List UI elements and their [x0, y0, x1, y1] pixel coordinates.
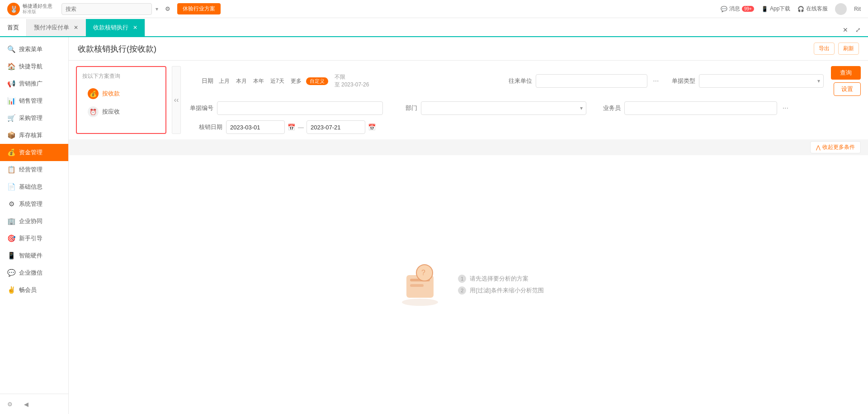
staff-label: 业务员 [594, 104, 621, 112]
sidebar-item-sales[interactable]: 📊 销售管理 [0, 92, 68, 109]
date-custom-badge[interactable]: 自定义 [306, 77, 328, 85]
by-receivable-icon: ⏰ [88, 106, 99, 117]
empty-tips: 1 请先选择要分析的方案 2 用[过滤]条件来缩小分析范围 [458, 275, 543, 295]
topbar-gear-icon[interactable]: ⚙ [162, 3, 174, 15]
writeoff-date-end-input[interactable] [307, 120, 365, 134]
empty-tip-1: 1 请先选择要分析的方案 [458, 275, 543, 283]
sidebar-item-inventory[interactable]: 📦 库存核算 [0, 127, 68, 144]
marketing-icon: 📢 [7, 80, 15, 88]
tabbar-controls: ✕ ⤢ [835, 24, 868, 36]
staff-more-btn[interactable]: ··· [781, 104, 790, 112]
tab-receipt-writeoff[interactable]: 收款核销执行 ✕ [86, 19, 145, 36]
writeoff-date-start-input[interactable] [226, 120, 285, 134]
sidebar-item-smart-hardware[interactable]: 📱 智能硬件 [0, 247, 68, 264]
by-receipt-icon: 💰 [88, 88, 99, 99]
filter-option-by-receivable[interactable]: ⏰ 按应收 [82, 103, 160, 121]
avatar[interactable] [835, 3, 847, 15]
message-btn[interactable]: 💬 消息 99+ [721, 5, 754, 13]
sidebar-item-marketing-label: 营销推广 [19, 80, 42, 88]
sidebar-item-inventory-label: 库存核算 [19, 131, 42, 139]
filter-row-1: 日期 上月 本月 本年 近7天 更多 自定义 不限至 2023-07-26 [186, 66, 861, 96]
sidebar-item-wechat-label: 企业微信 [19, 269, 42, 277]
sidebar-item-guide[interactable]: 🎯 新手引导 [0, 230, 68, 247]
search-menu-icon: 🔍 [7, 45, 15, 53]
counterparty-input[interactable] [536, 74, 647, 88]
topbar-right: 💬 消息 99+ 📱 App下载 🎧 在线客服 Rit [721, 3, 861, 15]
filter-row-3: 核销日期 📅 — 📅 [186, 120, 861, 134]
sidebar-item-purchase[interactable]: 🛒 采购管理 [0, 109, 68, 127]
inventory-icon: 📦 [7, 131, 15, 139]
date-this-month-btn[interactable]: 本月 [234, 76, 249, 86]
sidebar-item-basic-info-label: 基础信息 [19, 183, 42, 191]
tab-close-all-btn[interactable]: ✕ [839, 24, 852, 36]
filter-option-by-receipt[interactable]: 💰 按收款 [82, 85, 160, 103]
tab-prepay[interactable]: 预付冲应付单 ✕ [27, 19, 86, 36]
online-service-btn[interactable]: 🎧 在线客服 [797, 5, 828, 13]
sidebar-item-quick-nav[interactable]: 🏠 快捷导航 [0, 58, 68, 75]
sidebar-settings-btn[interactable]: ⚙ [4, 398, 16, 410]
refresh-btn[interactable]: 刷新 [838, 43, 859, 55]
content-area: 收款核销执行(按收款) 导出 刷新 按以下方案查询 💰 按收款 ⏰ 按应收 [69, 37, 868, 414]
filter-collapse-left-btn[interactable]: ‹‹ [172, 66, 181, 134]
header-actions: 导出 刷新 [814, 43, 859, 60]
message-label: 消息 [729, 5, 740, 13]
sidebar-item-system-label: 系统管理 [19, 200, 42, 208]
sidebar-item-vip[interactable]: ✌ 畅会员 [0, 281, 68, 299]
date-more-btn[interactable]: 更多 [289, 76, 303, 86]
message-icon: 💬 [721, 6, 727, 12]
staff-field: 业务员 ··· [594, 101, 790, 115]
page-title: 收款核销执行(按收款) [78, 43, 156, 60]
filter-area: 按以下方案查询 💰 按收款 ⏰ 按应收 ‹‹ 日期 [69, 61, 868, 139]
svg-text:?: ? [421, 269, 425, 276]
topbar-search-input[interactable] [61, 3, 152, 15]
sidebar-collapse-btn[interactable]: ◀ [20, 398, 33, 410]
sidebar-item-enterprise[interactable]: 🏢 企业协同 [0, 213, 68, 230]
tab-expand-btn[interactable]: ⤢ [852, 24, 864, 36]
date-label: 日期 [186, 77, 213, 85]
app-download-btn[interactable]: 📱 App下载 [761, 5, 790, 13]
date-unlimited-label: 不限至 2023-07-26 [335, 73, 369, 89]
service-icon: 🎧 [797, 6, 804, 12]
sidebar-item-operation[interactable]: 📋 经营管理 [0, 161, 68, 178]
quick-nav-icon: 🏠 [7, 62, 15, 71]
writeoff-date-start-calendar-icon[interactable]: 📅 [288, 124, 295, 131]
sidebar-item-vip-label: 畅会员 [19, 286, 37, 294]
topbar-center: ▾ ⚙ 休验行业方案 [61, 3, 221, 15]
date-7days-btn[interactable]: 近7天 [269, 76, 286, 86]
doc-type-select[interactable] [699, 74, 824, 88]
tab-home[interactable]: 首页 [0, 19, 27, 36]
sidebar-item-enterprise-label: 企业协同 [19, 217, 42, 225]
empty-state: ? 1 请先选择要分析的方案 2 用[过滤]条件来缩小分析范围 [69, 155, 868, 414]
date-last-month-btn[interactable]: 上月 [217, 76, 231, 86]
sidebar-item-search-menu[interactable]: 🔍 搜索菜单 [0, 41, 68, 58]
topbar-dropdown-arrow[interactable]: ▾ [156, 6, 158, 12]
date-this-year-btn[interactable]: 本年 [251, 76, 266, 86]
staff-input[interactable] [624, 101, 777, 115]
doc-type-label: 单据类型 [668, 77, 695, 85]
writeoff-date-end-calendar-icon[interactable]: 📅 [368, 124, 376, 131]
message-badge: 99+ [742, 6, 754, 12]
sidebar-item-finance-label: 资金管理 [19, 148, 42, 157]
department-select[interactable] [421, 101, 587, 115]
logo-area: 🐰 畅捷通好生意 标准版 [7, 3, 52, 15]
writeoff-date-range: 📅 — 📅 [226, 120, 861, 134]
setting-btn[interactable]: 设置 [834, 82, 861, 96]
sidebar-item-guide-label: 新手引导 [19, 234, 42, 243]
export-btn[interactable]: 导出 [814, 43, 835, 55]
sidebar-item-marketing[interactable]: 📢 营销推广 [0, 75, 68, 92]
sidebar-item-basic-info[interactable]: 📄 基础信息 [0, 178, 68, 195]
counterparty-more-btn[interactable]: ··· [651, 77, 660, 85]
purchase-icon: 🛒 [7, 114, 15, 122]
query-btn[interactable]: 查询 [831, 66, 861, 80]
guide-icon: 🎯 [7, 234, 15, 243]
sidebar-item-finance[interactable]: 💰 资金管理 [0, 144, 68, 161]
tab-prepay-close-icon[interactable]: ✕ [74, 24, 78, 31]
enterprise-icon: 🏢 [7, 217, 15, 225]
tab-receipt-writeoff-close-icon[interactable]: ✕ [133, 24, 137, 31]
sidebar-item-system[interactable]: ⚙ 系统管理 [0, 195, 68, 213]
industry-btn[interactable]: 休验行业方案 [177, 3, 221, 14]
collapse-chevron-up-icon: ⋀ [816, 144, 821, 151]
collapse-more-btn[interactable]: ⋀ 收起更多条件 [810, 141, 861, 153]
doc-number-input[interactable] [217, 101, 383, 115]
sidebar-item-wechat[interactable]: 💬 企业微信 [0, 264, 68, 281]
